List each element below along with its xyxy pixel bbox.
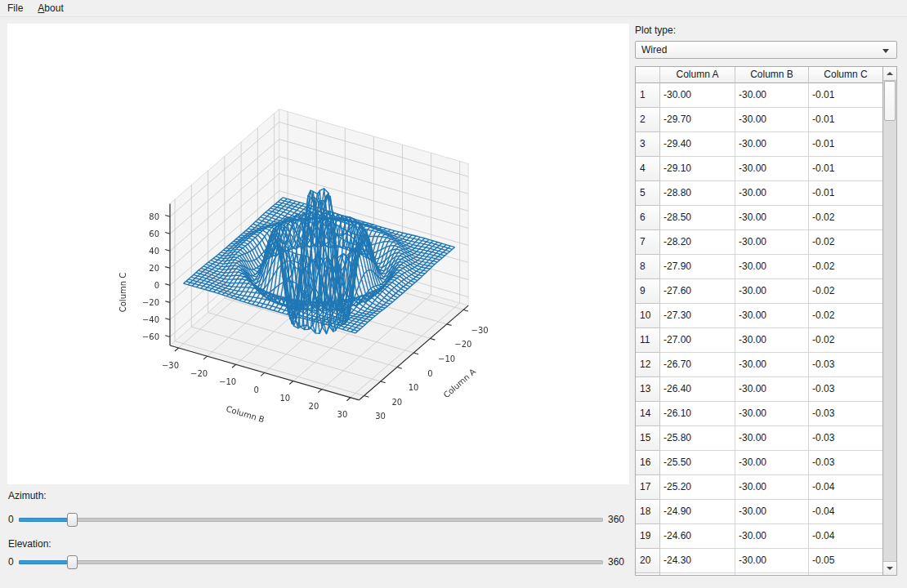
scroll-down-button[interactable] <box>883 561 896 575</box>
cell-column-c[interactable]: -0.02 <box>809 206 883 230</box>
cell-column-b[interactable]: -30.00 <box>735 206 809 230</box>
cell-column-a[interactable]: -26.10 <box>660 402 735 426</box>
row-number[interactable]: 12 <box>636 353 660 377</box>
row-number[interactable]: 1 <box>636 83 660 108</box>
row-number[interactable]: 16 <box>636 451 660 475</box>
cell-column-b[interactable]: -30.00 <box>735 549 809 573</box>
cell-column-a[interactable]: -29.40 <box>660 132 735 157</box>
cell-column-c[interactable]: -0.02 <box>809 255 883 279</box>
cell-column-b[interactable]: -30.00 <box>735 255 809 279</box>
cell-column-c[interactable]: -0.01 <box>809 108 883 132</box>
azimuth-slider[interactable]: 0 360 <box>0 513 637 527</box>
row-number[interactable]: 14 <box>636 402 660 426</box>
cell-column-c[interactable]: -0.04 <box>809 500 883 524</box>
cell-column-b[interactable]: -30.00 <box>735 230 809 255</box>
menu-about[interactable]: About <box>30 1 70 16</box>
cell-column-a[interactable]: -27.30 <box>660 304 735 328</box>
header-column-b[interactable]: Column B <box>735 67 809 83</box>
elevation-slider[interactable]: 0 360 <box>0 555 637 569</box>
cell-column-a[interactable]: -28.20 <box>660 230 735 255</box>
row-number[interactable]: 15 <box>636 426 660 451</box>
cell-column-b[interactable]: -30.00 <box>735 83 809 108</box>
cell-column-b[interactable]: -30.00 <box>735 132 809 157</box>
cell-column-c[interactable]: -0.05 <box>809 549 883 573</box>
row-number[interactable]: 5 <box>636 181 660 206</box>
row-number[interactable]: 18 <box>636 500 660 524</box>
cell-column-c[interactable]: -0.03 <box>809 451 883 475</box>
cell-column-a[interactable]: -25.50 <box>660 451 735 475</box>
row-number[interactable]: 13 <box>636 377 660 402</box>
cell-column-a[interactable]: -24.90 <box>660 500 735 524</box>
elevation-slider-track[interactable] <box>19 560 603 564</box>
cell-column-c[interactable]: -0.01 <box>809 132 883 157</box>
cell-column-a[interactable]: -28.50 <box>660 206 735 230</box>
cell-column-a[interactable] <box>660 573 735 576</box>
cell-column-b[interactable]: -30.00 <box>735 108 809 132</box>
row-number[interactable]: 19 <box>636 524 660 549</box>
cell-column-b[interactable]: -30.00 <box>735 157 809 181</box>
cell-column-a[interactable]: -25.80 <box>660 426 735 451</box>
cell-column-c[interactable] <box>809 573 883 576</box>
row-number[interactable]: 2 <box>636 108 660 132</box>
row-number[interactable]: 6 <box>636 206 660 230</box>
cell-column-c[interactable]: -0.03 <box>809 353 883 377</box>
cell-column-c[interactable]: -0.01 <box>809 83 883 108</box>
vertical-scrollbar[interactable] <box>882 67 896 575</box>
cell-column-b[interactable]: -30.00 <box>735 328 809 353</box>
cell-column-a[interactable]: -30.00 <box>660 83 735 108</box>
cell-column-c[interactable]: -0.02 <box>809 304 883 328</box>
cell-column-c[interactable]: -0.04 <box>809 524 883 549</box>
cell-column-b[interactable]: -30.00 <box>735 451 809 475</box>
row-number[interactable]: 11 <box>636 328 660 353</box>
cell-column-a[interactable]: -24.30 <box>660 549 735 573</box>
cell-column-a[interactable]: -24.60 <box>660 524 735 549</box>
cell-column-c[interactable]: -0.02 <box>809 279 883 304</box>
cell-column-a[interactable]: -25.20 <box>660 475 735 500</box>
cell-column-a[interactable]: -28.80 <box>660 181 735 206</box>
corner-header-cell[interactable] <box>636 67 660 83</box>
cell-column-b[interactable]: -30.00 <box>735 500 809 524</box>
row-number[interactable]: 20 <box>636 549 660 573</box>
cell-column-b[interactable]: -30.00 <box>735 304 809 328</box>
cell-column-c[interactable]: -0.02 <box>809 328 883 353</box>
cell-column-b[interactable] <box>735 573 809 576</box>
cell-column-c[interactable]: -0.04 <box>809 475 883 500</box>
cell-column-a[interactable]: -29.10 <box>660 157 735 181</box>
cell-column-a[interactable]: -27.60 <box>660 279 735 304</box>
cell-column-b[interactable]: -30.00 <box>735 377 809 402</box>
cell-column-c[interactable]: -0.01 <box>809 157 883 181</box>
row-number[interactable]: 8 <box>636 255 660 279</box>
cell-column-a[interactable]: -29.70 <box>660 108 735 132</box>
cell-column-c[interactable]: -0.01 <box>809 181 883 206</box>
cell-column-c[interactable]: -0.03 <box>809 402 883 426</box>
cell-column-a[interactable]: -26.70 <box>660 353 735 377</box>
row-number[interactable]: 9 <box>636 279 660 304</box>
row-number[interactable]: 7 <box>636 230 660 255</box>
cell-column-c[interactable]: -0.03 <box>809 377 883 402</box>
cell-column-b[interactable]: -30.00 <box>735 524 809 549</box>
cell-column-b[interactable]: -30.00 <box>735 402 809 426</box>
azimuth-slider-track[interactable] <box>19 518 603 522</box>
cell-column-c[interactable]: -0.03 <box>809 426 883 451</box>
row-number[interactable]: 10 <box>636 304 660 328</box>
row-number[interactable]: 3 <box>636 132 660 157</box>
cell-column-b[interactable]: -30.00 <box>735 181 809 206</box>
scrollbar-thumb[interactable] <box>884 81 896 121</box>
row-number[interactable]: 4 <box>636 157 660 181</box>
elevation-slider-handle[interactable] <box>67 555 78 569</box>
row-number[interactable] <box>636 573 660 576</box>
cell-column-b[interactable]: -30.00 <box>735 475 809 500</box>
plot-type-combobox[interactable]: Wired <box>635 41 897 59</box>
cell-column-a[interactable]: -27.00 <box>660 328 735 353</box>
header-column-c[interactable]: Column C <box>809 67 883 83</box>
scroll-up-button[interactable] <box>883 67 896 81</box>
cell-column-a[interactable]: -26.40 <box>660 377 735 402</box>
menu-file[interactable]: File <box>0 1 30 16</box>
cell-column-b[interactable]: -30.00 <box>735 353 809 377</box>
header-column-a[interactable]: Column A <box>660 67 735 83</box>
azimuth-slider-handle[interactable] <box>67 513 78 527</box>
cell-column-b[interactable]: -30.00 <box>735 279 809 304</box>
plot-canvas[interactable] <box>7 24 629 484</box>
cell-column-c[interactable]: -0.02 <box>809 230 883 255</box>
cell-column-b[interactable]: -30.00 <box>735 426 809 451</box>
